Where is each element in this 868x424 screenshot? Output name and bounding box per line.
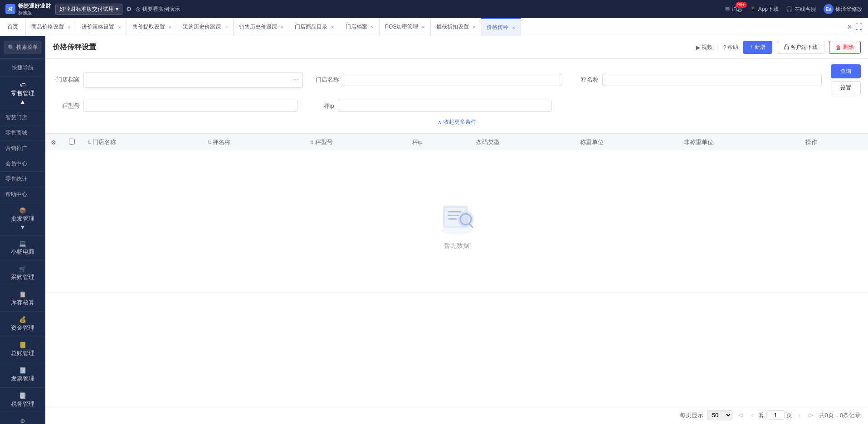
settings-icon-btn[interactable]: ⚙ — [126, 5, 132, 13]
sidebar-item-smart-store[interactable]: 智慧门店 — [0, 110, 45, 125]
search-menu-btn[interactable]: 🔍 搜索菜单 — [4, 41, 42, 54]
last-page-btn[interactable]: ⊳ — [806, 410, 815, 420]
page-size-select[interactable]: 50 10 20 100 — [707, 410, 732, 420]
headset-icon: 🎧 — [786, 6, 793, 12]
th-store-name[interactable]: 门店名称 — [82, 134, 202, 151]
tab-pos-manage[interactable]: POS加密管理 × — [380, 18, 431, 36]
table-area: ⚙ 门店名称 秤名称 秤型号 — [45, 134, 868, 406]
store-file-input[interactable] — [88, 74, 293, 86]
retail-icon: 🏷 — [20, 82, 26, 88]
tab-min-discount[interactable]: 最低折扣设置 × — [431, 18, 481, 36]
tab-close-store-file[interactable]: × — [371, 24, 374, 30]
first-page-btn[interactable]: ⊲ — [736, 410, 746, 420]
empty-illustration — [434, 192, 479, 237]
messages-btn[interactable]: ✉ 消息 99+ — [725, 5, 742, 13]
filter-store-name: 门店名称 — [312, 74, 562, 86]
maximize-tab-btn[interactable]: ⛶ — [853, 23, 864, 31]
select-all-checkbox[interactable] — [69, 139, 75, 145]
filter-store-file: 门店档案 ··· — [53, 72, 303, 88]
tab-purchase-history[interactable]: 采购历史价跟踪 × — [177, 18, 233, 36]
chevron-up-icon: ∧ — [438, 119, 442, 125]
online-service-btn[interactable]: 🎧 在线客服 — [786, 5, 816, 13]
sidebar-item-retail-mall[interactable]: 零售商城 — [0, 125, 45, 141]
ecommerce-icon: 💻 — [19, 240, 26, 247]
quick-nav-btn[interactable]: 快捷导航 — [4, 62, 42, 74]
user-info[interactable]: Ea 徐泽华修改 — [824, 4, 863, 14]
user-avatar: Ea — [824, 4, 834, 14]
demo-link[interactable]: ◎ 我要看实例演示 — [136, 5, 180, 13]
tab-store-file[interactable]: 门店档案 × — [340, 18, 380, 36]
tab-close-pos-manage[interactable]: × — [422, 24, 424, 30]
add-button[interactable]: + 新增 — [743, 41, 772, 54]
sidebar-item-tax[interactable]: 📑 税务管理 — [0, 388, 45, 413]
sidebar-item-inventory[interactable]: 📋 库存核算 — [0, 286, 45, 312]
filter-row-1: 门店档案 ··· 门店名称 秤名称 查询 设置 — [53, 64, 861, 95]
tab-close-price-setting[interactable]: × — [68, 24, 70, 30]
sidebar-item-marketing[interactable]: 营销推广 — [0, 141, 45, 156]
tab-price-transmit[interactable]: 价格传秤 × — [481, 18, 521, 36]
app-download-btn[interactable]: 📱 App下载 — [750, 5, 779, 13]
tab-sale-history[interactable]: 销售历史价跟踪 × — [234, 18, 289, 36]
sidebar-item-invoice[interactable]: 🧾 发票管理 — [0, 362, 45, 388]
tax-icon: 📑 — [19, 392, 26, 399]
tab-home[interactable]: 首页 — [0, 18, 26, 36]
sidebar-gear-btn[interactable]: ⚙ — [0, 413, 45, 424]
tab-store-catalog[interactable]: 门店商品目录 × — [289, 18, 340, 36]
prev-page-btn[interactable]: ‹ — [749, 410, 755, 420]
sidebar-item-retail-stats[interactable]: 零售统计 — [0, 172, 45, 187]
tabs-row: 首页 商品价格设置 × 进价策略设置 × 售价提取设置 × 采购历史价跟踪 × … — [0, 18, 868, 36]
th-scale-name[interactable]: 秤名称 — [202, 134, 304, 151]
next-page-btn[interactable]: › — [796, 410, 802, 420]
main-layout: 🔍 搜索菜单 快捷导航 🏷 零售管理 ▲ 智慧门店 零售商城 营销推广 会员 — [0, 36, 868, 424]
table-header-row: ⚙ 门店名称 秤名称 秤型号 — [45, 134, 868, 151]
th-settings[interactable]: ⚙ — [45, 134, 63, 151]
play-icon: ▶ — [696, 44, 700, 51]
purchase-icon: 🛒 — [19, 265, 26, 272]
tab-close-min-discount[interactable]: × — [473, 24, 475, 30]
store-name-input[interactable] — [343, 74, 562, 86]
store-file-dots[interactable]: ··· — [293, 76, 299, 84]
version-select[interactable]: 好业财标准版交付试用 ▾ — [55, 4, 122, 15]
scale-ip-input[interactable] — [338, 100, 552, 112]
sidebar-item-member[interactable]: 会员中心 — [0, 156, 45, 172]
tab-purchase-strategy[interactable]: 进价策略设置 × — [76, 18, 127, 36]
table-header: ⚙ 门店名称 秤名称 秤型号 — [45, 134, 868, 151]
sidebar-item-purchase[interactable]: 🛒 采购管理 — [0, 261, 45, 286]
wholesale-icon: 📦 — [19, 207, 26, 214]
tab-close-purchase-strategy[interactable]: × — [118, 24, 121, 30]
tab-close-purchase-history[interactable]: × — [224, 24, 227, 30]
query-button[interactable]: 查询 — [831, 64, 861, 78]
sidebar-search: 🔍 搜索菜单 — [0, 36, 45, 59]
tab-sale-price[interactable]: 售价提取设置 × — [127, 18, 177, 36]
th-checkbox[interactable] — [63, 134, 82, 151]
sidebar-item-ecommerce[interactable]: 💻 小畅电商 — [0, 236, 45, 261]
page-number-input[interactable] — [766, 410, 785, 420]
tab-close-sale-price[interactable]: × — [169, 24, 171, 30]
close-tab-btn[interactable]: × — [846, 23, 853, 31]
scale-model-input[interactable] — [83, 100, 298, 112]
sidebar-item-general-ledger[interactable]: 📒 总账管理 — [0, 337, 45, 362]
chevron-down-icon: ▾ — [116, 6, 118, 12]
delete-button[interactable]: 🗑 删除 — [829, 41, 861, 54]
empty-state-cell: 暂无数据 — [45, 151, 868, 291]
tab-price-setting[interactable]: 商品价格设置 × — [26, 18, 76, 36]
sidebar-item-retail[interactable]: 🏷 零售管理 ▲ — [0, 77, 45, 110]
tab-close-price-transmit[interactable]: × — [512, 25, 515, 30]
sidebar-item-finance[interactable]: 💰 资金管理 — [0, 312, 45, 337]
video-link[interactable]: ▶ 视频 — [696, 43, 712, 51]
page-header: 价格传秤设置 ▶ 视频 | ? 帮助 + 新增 凸 客户端下载 🗑 — [45, 36, 868, 59]
sidebar-item-help[interactable]: 帮助中心 — [0, 187, 45, 202]
collapse-btn[interactable]: ∧ 收起更多条件 — [436, 116, 478, 128]
th-scale-model[interactable]: 秤型号 — [304, 134, 407, 151]
sidebar-item-wholesale[interactable]: 📦 批发管理 ▼ — [0, 202, 45, 236]
download-client-button[interactable]: 凸 客户端下载 — [777, 41, 824, 54]
tab-close-store-catalog[interactable]: × — [331, 24, 334, 30]
tab-close-sale-history[interactable]: × — [281, 24, 283, 30]
help-link[interactable]: ? 帮助 — [723, 43, 739, 51]
scale-name-input[interactable] — [602, 74, 822, 86]
data-table: ⚙ 门店名称 秤名称 秤型号 — [45, 134, 868, 291]
settings-query-button[interactable]: 设置 — [831, 81, 861, 95]
empty-state: 暂无数据 — [51, 156, 863, 286]
svg-rect-3 — [448, 211, 461, 212]
help-icon: ? — [723, 44, 727, 51]
